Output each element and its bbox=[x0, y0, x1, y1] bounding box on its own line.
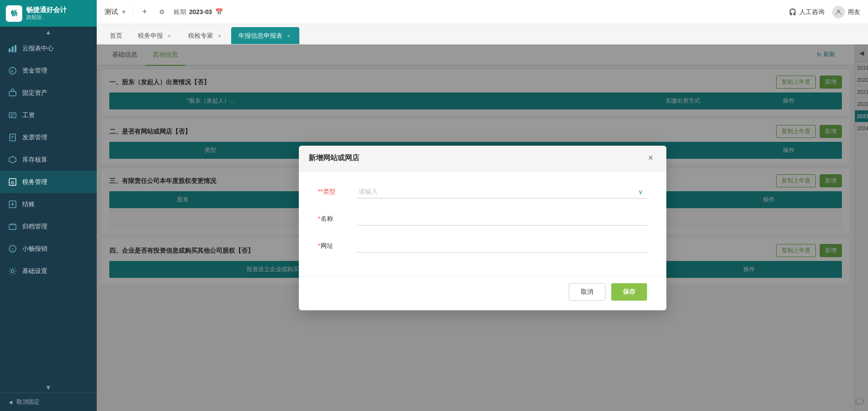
cancel-button[interactable]: 取消 bbox=[569, 283, 605, 301]
form-label-type: **类型 bbox=[318, 187, 357, 196]
tab-annual[interactable]: 年报信息申报表 × bbox=[231, 27, 299, 44]
dropdown-icon: ▼ bbox=[121, 9, 127, 15]
sidebar-item-invoice[interactable]: 发票管理 bbox=[0, 126, 97, 149]
svg-text:¥: ¥ bbox=[10, 69, 14, 74]
tab-close-icon[interactable]: × bbox=[285, 32, 292, 39]
sidebar-item-label: 小畅报销 bbox=[22, 244, 47, 253]
form-label-name: *名称 bbox=[318, 214, 357, 223]
archive-icon bbox=[8, 222, 17, 231]
pin-label: 取消固定 bbox=[16, 398, 40, 406]
inventory-icon bbox=[8, 155, 17, 165]
tab-label: 年报信息申报表 bbox=[238, 31, 282, 40]
url-input-wrap bbox=[357, 239, 647, 253]
chart-icon bbox=[8, 44, 17, 53]
modal-title: 新增网站或网店 bbox=[309, 153, 359, 163]
svg-text:C: C bbox=[11, 247, 14, 252]
app-subtitle: 旗舰版 bbox=[26, 14, 67, 21]
svg-rect-6 bbox=[9, 113, 16, 118]
period-display: 账期 2023-03 📅 bbox=[174, 8, 223, 16]
type-input[interactable] bbox=[357, 185, 647, 198]
tab-label: 首页 bbox=[110, 31, 122, 40]
svg-rect-0 bbox=[9, 48, 11, 52]
user-label: 用友 bbox=[848, 8, 860, 16]
sidebar-scroll-down[interactable]: ▼ bbox=[0, 382, 97, 393]
svg-rect-17 bbox=[9, 225, 16, 229]
payroll-icon bbox=[8, 110, 17, 120]
topbar-divider bbox=[132, 7, 133, 17]
save-button[interactable]: 保存 bbox=[611, 283, 647, 301]
modal-overlay: 新增网站或网店 × **类型 ∨ bbox=[97, 45, 868, 411]
svg-rect-1 bbox=[12, 46, 14, 52]
tab-tax[interactable]: 税务申报 × bbox=[131, 27, 180, 44]
app-title: 畅捷通好会计 bbox=[26, 6, 67, 14]
settings-icon bbox=[8, 266, 17, 276]
xiaochang-icon: C bbox=[8, 244, 17, 254]
type-input-wrap: ∨ bbox=[357, 185, 647, 198]
invoice-icon bbox=[8, 133, 17, 142]
pin-icon: ◄ bbox=[8, 399, 14, 406]
gear-icon: ⚙ bbox=[159, 8, 165, 15]
service-button[interactable]: 🎧 人工咨询 bbox=[789, 8, 824, 16]
sidebar-item-tax[interactable]: 税 税务管理 bbox=[0, 171, 97, 193]
sidebar-item-inventory[interactable]: 库存核算 bbox=[0, 149, 97, 171]
name-input-wrap bbox=[357, 212, 647, 226]
user-menu[interactable]: 用友 bbox=[832, 6, 860, 18]
tab-home[interactable]: 首页 bbox=[103, 27, 130, 44]
sidebar-item-label: 库存核算 bbox=[22, 155, 47, 164]
sidebar-item-label: 固定资产 bbox=[22, 89, 47, 97]
svg-text:税: 税 bbox=[11, 181, 15, 185]
sidebar-item-label: 税务管理 bbox=[22, 178, 47, 186]
sidebar-bottom: ◄ 取消固定 bbox=[0, 393, 97, 411]
company-selector[interactable]: 测试 ▼ bbox=[104, 8, 127, 16]
headset-icon: 🎧 bbox=[789, 8, 796, 15]
topbar-right: 🎧 人工咨询 用友 bbox=[789, 6, 860, 18]
sidebar-item-accounting[interactable]: 结账 bbox=[0, 193, 97, 215]
sidebar-item-archive[interactable]: 归档管理 bbox=[0, 215, 97, 238]
accounting-icon bbox=[8, 199, 17, 209]
name-input[interactable] bbox=[357, 212, 647, 226]
svg-rect-9 bbox=[10, 134, 15, 141]
tab-close-icon[interactable]: × bbox=[166, 32, 173, 39]
svg-point-21 bbox=[837, 10, 840, 13]
sidebar-item-label: 发票管理 bbox=[22, 133, 47, 142]
sidebar-header: 畅 畅捷通好会计 旗舰版 bbox=[0, 0, 97, 27]
tab-close-icon[interactable]: × bbox=[216, 32, 223, 39]
sidebar-item-xiaochang[interactable]: C 小畅报销 bbox=[0, 238, 97, 260]
svg-rect-5 bbox=[9, 91, 16, 96]
sidebar-item-funds[interactable]: ¥ 资金管理 bbox=[0, 60, 97, 82]
avatar bbox=[832, 6, 845, 18]
sidebar-item-label: 结账 bbox=[22, 200, 35, 209]
form-label-url: *网址 bbox=[318, 242, 357, 250]
settings-button[interactable]: ⚙ bbox=[156, 6, 168, 18]
company-name: 测试 bbox=[104, 8, 118, 16]
service-label: 人工咨询 bbox=[799, 8, 824, 16]
tab-expert[interactable]: 税检专家 × bbox=[181, 27, 230, 44]
sidebar-item-cloud-reports[interactable]: 云报表中心 bbox=[0, 37, 97, 60]
pin-button[interactable]: ◄ 取消固定 bbox=[8, 398, 89, 406]
sidebar-item-settings[interactable]: 基础设置 bbox=[0, 260, 97, 282]
sidebar-item-label: 资金管理 bbox=[22, 66, 47, 75]
url-input[interactable] bbox=[357, 239, 647, 253]
modal-header: 新增网站或网店 × bbox=[299, 146, 666, 171]
calendar-icon[interactable]: 📅 bbox=[215, 8, 223, 15]
assets-icon bbox=[8, 88, 17, 98]
tab-label: 税务申报 bbox=[138, 31, 163, 40]
main-content: 测试 ▼ + ⚙ 账期 2023-03 📅 🎧 人工咨询 bbox=[97, 0, 868, 411]
tabs-bar: 首页 税务申报 × 税检专家 × 年报信息申报表 × bbox=[97, 24, 868, 45]
sidebar-item-label: 云报表中心 bbox=[22, 44, 54, 53]
sidebar-item-fixed-assets[interactable]: 固定资产 bbox=[0, 82, 97, 104]
sidebar-item-label: 基础设置 bbox=[22, 267, 47, 275]
sidebar-item-payroll[interactable]: 工资 bbox=[0, 104, 97, 126]
app-logo: 畅 bbox=[6, 5, 22, 22]
sidebar-scroll-up[interactable]: ▲ bbox=[0, 27, 97, 37]
close-icon: × bbox=[648, 153, 653, 163]
tab-label: 税检专家 bbox=[188, 31, 213, 40]
form-field-name: *名称 bbox=[318, 212, 647, 226]
sidebar-item-label: 归档管理 bbox=[22, 222, 47, 231]
add-button[interactable]: + bbox=[139, 6, 150, 18]
period-label: 账期 bbox=[174, 8, 186, 16]
modal-close-button[interactable]: × bbox=[645, 152, 657, 164]
sidebar-item-label: 工资 bbox=[22, 111, 35, 120]
topbar: 测试 ▼ + ⚙ 账期 2023-03 📅 🎧 人工咨询 bbox=[97, 0, 868, 24]
form-field-url: *网址 bbox=[318, 239, 647, 253]
